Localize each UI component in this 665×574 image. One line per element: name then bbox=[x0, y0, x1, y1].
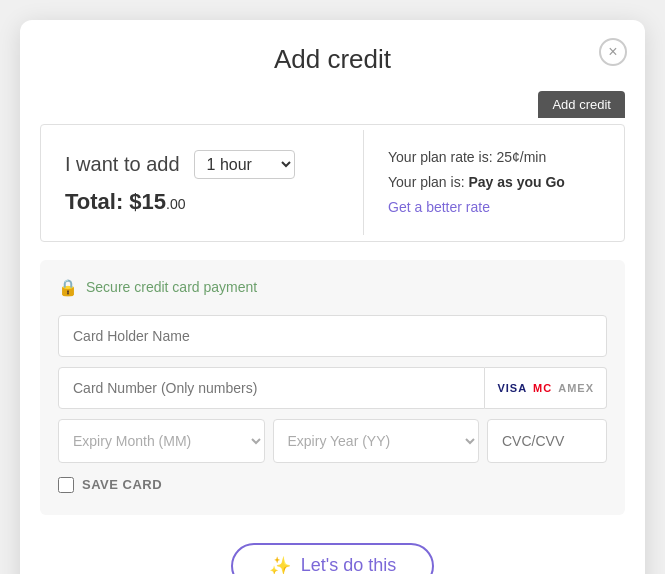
lets-do-button[interactable]: ✨ Let's do this bbox=[231, 543, 435, 574]
secure-label-row: 🔒 Secure credit card payment bbox=[58, 278, 607, 297]
add-credit-bar: Add credit bbox=[20, 91, 645, 124]
lock-icon: 🔒 bbox=[58, 278, 78, 297]
card-icons-box: VISA MC AMEX bbox=[485, 367, 607, 409]
rate-label: Your plan rate is: bbox=[388, 149, 493, 165]
cvc-input[interactable] bbox=[487, 419, 607, 463]
want-add-row: I want to add 1 hour 2 hours 5 hours 10 … bbox=[65, 150, 339, 179]
card-holder-input[interactable] bbox=[58, 315, 607, 357]
modal: Add credit × Add credit I want to add 1 … bbox=[20, 20, 645, 574]
modal-header: Add credit × bbox=[20, 20, 645, 91]
amex-icon: AMEX bbox=[558, 382, 594, 394]
add-credit-tab: Add credit bbox=[538, 91, 625, 118]
plan-label: Your plan is: bbox=[388, 174, 465, 190]
save-card-label[interactable]: SAVE CARD bbox=[82, 477, 162, 492]
card-holder-group bbox=[58, 315, 607, 357]
hour-select[interactable]: 1 hour 2 hours 5 hours 10 hours bbox=[194, 150, 295, 179]
expiry-cvc-group: Expiry Month (MM) 010203 040506 070809 1… bbox=[58, 419, 607, 463]
want-add-text: I want to add bbox=[65, 153, 180, 176]
total-cents: .00 bbox=[166, 196, 185, 212]
plan-section: I want to add 1 hour 2 hours 5 hours 10 … bbox=[40, 124, 625, 242]
mastercard-icon: MC bbox=[533, 382, 552, 394]
save-card-checkbox[interactable] bbox=[58, 477, 74, 493]
card-number-input[interactable] bbox=[58, 367, 485, 409]
plan-name: Pay as you Go bbox=[468, 174, 564, 190]
total-label: Total: $ bbox=[65, 189, 142, 214]
payment-section: 🔒 Secure credit card payment VISA MC AME… bbox=[40, 260, 625, 515]
expiry-year-select[interactable]: Expiry Year (YY) 242526 272829 30 bbox=[273, 419, 480, 463]
total-main: 15 bbox=[142, 189, 166, 214]
plan-rate-row: Your plan rate is: 25¢/min bbox=[388, 145, 600, 170]
close-button[interactable]: × bbox=[599, 38, 627, 66]
plan-right: Your plan rate is: 25¢/min Your plan is:… bbox=[364, 125, 624, 241]
footer: ✨ Let's do this bbox=[20, 515, 645, 574]
better-rate-link[interactable]: Get a better rate bbox=[388, 199, 490, 215]
card-number-group: VISA MC AMEX bbox=[58, 367, 607, 409]
total-row: Total: $15.00 bbox=[65, 189, 339, 215]
plan-name-row: Your plan is: Pay as you Go bbox=[388, 170, 600, 195]
lets-do-label: Let's do this bbox=[301, 555, 397, 574]
expiry-month-select[interactable]: Expiry Month (MM) 010203 040506 070809 1… bbox=[58, 419, 265, 463]
better-rate-row: Get a better rate bbox=[388, 195, 600, 220]
secure-label-text: Secure credit card payment bbox=[86, 279, 257, 295]
save-card-row: SAVE CARD bbox=[58, 477, 607, 493]
rate-value: 25¢/min bbox=[496, 149, 546, 165]
modal-title: Add credit bbox=[40, 44, 625, 75]
sparkle-icon: ✨ bbox=[269, 555, 291, 574]
plan-left: I want to add 1 hour 2 hours 5 hours 10 … bbox=[41, 130, 364, 235]
visa-icon: VISA bbox=[497, 382, 527, 394]
